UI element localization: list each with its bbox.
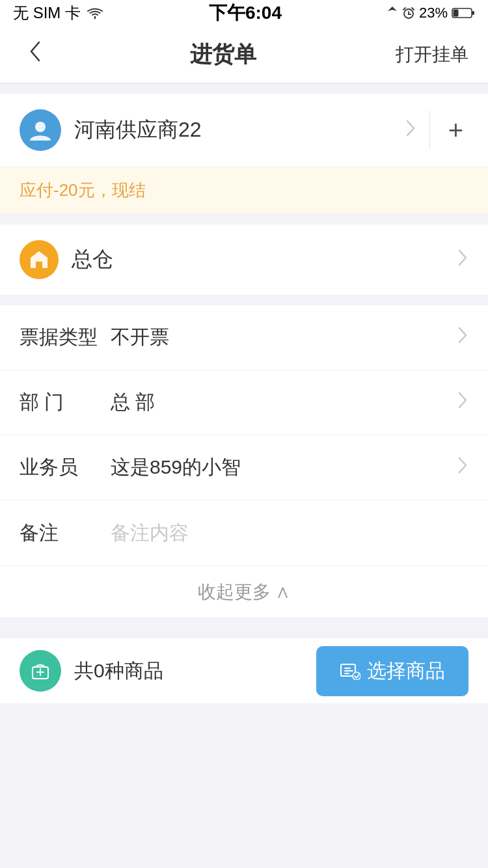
department-chevron-icon	[457, 390, 468, 414]
warehouse-name: 总仓	[72, 245, 457, 274]
warehouse-icon	[20, 240, 59, 279]
location-icon	[386, 6, 398, 20]
department-row[interactable]: 部 门 总 部	[0, 370, 488, 435]
status-right: 23%	[386, 5, 475, 21]
collapse-label: 收起更多 ∧	[198, 580, 291, 604]
alarm-icon	[402, 7, 415, 20]
status-time: 下午6:04	[209, 1, 282, 25]
supplier-row[interactable]: 河南供应商22 +	[0, 94, 488, 167]
warehouse-chevron-icon	[457, 248, 468, 272]
supplier-avatar	[20, 109, 61, 151]
notice-bar: 应付-20元，现结	[0, 167, 488, 214]
no-sim-text: 无 SIM 卡	[13, 3, 81, 23]
wifi-icon	[86, 7, 104, 20]
bottom-bar: 共0种商品 选择商品	[0, 638, 488, 703]
notes-label: 备注	[20, 520, 111, 547]
svg-rect-2	[453, 10, 458, 17]
battery-icon	[452, 7, 475, 19]
nav-bar: 进货单 打开挂单	[0, 26, 488, 83]
salesperson-value: 这是859的小智	[111, 454, 457, 481]
product-count-text: 共0种商品	[74, 658, 316, 685]
status-left: 无 SIM 卡	[13, 3, 104, 23]
department-label: 部 门	[20, 389, 111, 416]
select-product-icon	[340, 662, 360, 680]
back-button[interactable]	[20, 31, 51, 78]
svg-point-4	[35, 122, 46, 132]
supplier-chevron-icon	[405, 118, 416, 142]
notes-row[interactable]: 备注 备注内容	[0, 500, 488, 565]
warehouse-section: 总仓	[0, 224, 488, 295]
warehouse-row[interactable]: 总仓	[0, 224, 488, 295]
notice-text: 应付-20元，现结	[20, 180, 146, 200]
section-divider-1	[0, 83, 488, 94]
invoice-type-chevron-icon	[457, 325, 468, 349]
salesperson-label: 业务员	[20, 454, 111, 481]
notes-placeholder[interactable]: 备注内容	[111, 520, 468, 547]
invoice-type-row[interactable]: 票据类型 不开票	[0, 305, 488, 370]
svg-rect-5	[36, 262, 42, 268]
department-value: 总 部	[111, 389, 457, 416]
supplier-section: 河南供应商22 + 应付-20元，现结	[0, 94, 488, 214]
status-bar: 无 SIM 卡 下午6:04 23%	[0, 0, 488, 26]
section-divider-2	[0, 214, 488, 224]
select-product-button[interactable]: 选择商品	[316, 646, 468, 696]
page-background	[0, 703, 488, 868]
invoice-type-label: 票据类型	[20, 324, 111, 351]
svg-point-8	[353, 672, 360, 680]
supplier-name: 河南供应商22	[74, 116, 405, 144]
salesperson-row[interactable]: 业务员 这是859的小智	[0, 435, 488, 500]
supplier-add-button[interactable]: +	[429, 111, 468, 150]
page-title: 进货单	[190, 40, 256, 70]
select-product-label: 选择商品	[367, 658, 445, 685]
invoice-type-value: 不开票	[111, 324, 457, 351]
open-pending-button[interactable]: 打开挂单	[396, 42, 468, 67]
collapse-row[interactable]: 收起更多 ∧	[0, 565, 488, 617]
salesperson-chevron-icon	[457, 455, 468, 480]
battery-percent: 23%	[419, 5, 448, 21]
form-section: 票据类型 不开票 部 门 总 部 业务员 这是859的小智	[0, 305, 488, 565]
section-divider-3	[0, 617, 488, 628]
product-icon	[20, 650, 61, 692]
svg-rect-3	[472, 11, 474, 15]
